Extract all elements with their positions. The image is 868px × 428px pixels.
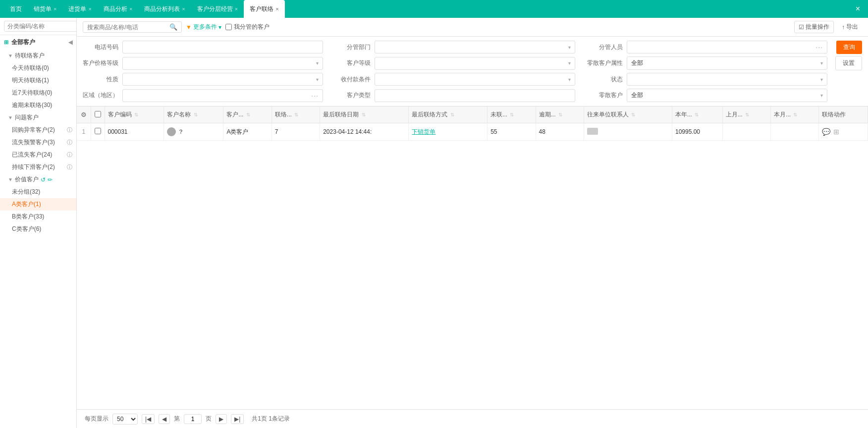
- sort-icon-last-month[interactable]: ⇅: [745, 112, 749, 117]
- sidebar-all-customers[interactable]: ⊞ 全部客户 ◀: [0, 35, 76, 50]
- status-select[interactable]: ▾: [627, 73, 827, 86]
- phone-input[interactable]: [122, 41, 323, 54]
- settings-button[interactable]: 设置: [835, 56, 862, 70]
- nav-customer-contact-close[interactable]: ×: [275, 6, 278, 12]
- sidebar-item-overdue-contact[interactable]: 逾期未联络(30): [0, 99, 76, 111]
- nav-product-analysis-list-close[interactable]: ×: [182, 6, 185, 12]
- row-select-checkbox[interactable]: [95, 128, 101, 134]
- sidebar-item-7day-contact[interactable]: 近7天待联络(0): [0, 87, 76, 99]
- region-input[interactable]: ···: [122, 89, 323, 102]
- price-level-select[interactable]: ▾: [122, 57, 323, 70]
- sidebar-group-value[interactable]: ▼ 价值客户 ↺ ✏: [0, 173, 76, 186]
- next-page-button[interactable]: ▶: [216, 414, 227, 424]
- nav-product-analysis-list[interactable]: 商品分析列表 ×: [138, 0, 191, 18]
- last-page-button[interactable]: ▶|: [231, 414, 244, 424]
- close-all-tabs[interactable]: ×: [852, 2, 864, 15]
- chevron-down-icon-level: ▾: [568, 60, 571, 66]
- pagination-bar: 每页显示 50 100 200 |◀ ◀ 第 页 ▶ ▶| 共1页 1条记录: [77, 409, 868, 428]
- select-all-checkbox[interactable]: [95, 111, 101, 117]
- refresh-icon[interactable]: ↺: [41, 176, 46, 183]
- chevron-down-icon-dept: ▾: [568, 45, 571, 50]
- search-icon[interactable]: 🔍: [169, 23, 177, 31]
- nav-sales-order[interactable]: 销货单 ×: [28, 0, 62, 18]
- arrow-down-icon-3: ▼: [8, 177, 13, 182]
- query-button[interactable]: 查询: [836, 41, 862, 54]
- sort-icon-person[interactable]: ⇅: [631, 112, 635, 117]
- export-button[interactable]: ↑ 导出: [838, 21, 862, 33]
- filter-row-2: 客户价格等级 ▾ 客户等级 ▾: [83, 56, 827, 70]
- sort-icon-this-month[interactable]: ⇅: [793, 112, 797, 117]
- sort-icon-level[interactable]: ⇅: [246, 112, 250, 117]
- sort-icon-name[interactable]: ⇅: [194, 112, 198, 117]
- batch-op-button[interactable]: ☑ 批量操作: [794, 21, 834, 33]
- dept-select[interactable]: ▾: [375, 41, 575, 54]
- sort-icon-code[interactable]: ⇅: [134, 112, 138, 117]
- filter-icon: ▼: [186, 24, 192, 31]
- th-contact-person: 往来单位联系人 ⇅: [584, 107, 672, 123]
- chevron-down-icon: ▾: [218, 24, 221, 31]
- sidebar-item-tomorrow-contact[interactable]: 明天待联络(1): [0, 74, 76, 87]
- info-icon-3: ⓘ: [67, 151, 72, 159]
- sidebar-item-b-class[interactable]: B类客户(33): [0, 211, 76, 223]
- sidebar-item-churned[interactable]: 已流失客户(24) ⓘ: [0, 149, 76, 161]
- retail-select[interactable]: 全部 ▾: [627, 89, 827, 102]
- sidebar-item-today-contact[interactable]: 今天待联络(0): [0, 62, 76, 74]
- sidebar-item-declining[interactable]: 持续下滑客户(2) ⓘ: [0, 161, 76, 173]
- qr-icon[interactable]: ⊞: [833, 128, 839, 136]
- sidebar-search-input[interactable]: [4, 21, 77, 32]
- per-page-select[interactable]: 50 100 200: [112, 414, 138, 425]
- filter-cell-customer-type: 客户类型: [335, 89, 575, 102]
- nature-select[interactable]: ▾: [122, 73, 323, 86]
- payment-select[interactable]: ▾: [375, 73, 575, 86]
- nav-product-analysis-close[interactable]: ×: [129, 6, 132, 12]
- overdue-days: 48: [536, 123, 584, 141]
- sidebar-item-c-class[interactable]: C类客户(6): [0, 223, 76, 235]
- sort-icon-year[interactable]: ⇅: [695, 112, 699, 117]
- message-icon[interactable]: 💬: [822, 128, 830, 136]
- sidebar-collapse-btn[interactable]: ◀: [68, 39, 72, 46]
- sidebar-group-problem[interactable]: ▼ 问题客户: [0, 111, 76, 124]
- sidebar-item-unclassified[interactable]: 未分组(32): [0, 186, 76, 198]
- prev-page-button[interactable]: ◀: [159, 414, 170, 424]
- nav-purchase-order[interactable]: 进货单 ×: [62, 0, 97, 18]
- sort-icon-date[interactable]: ⇅: [362, 112, 366, 117]
- sort-icon-method[interactable]: ⇅: [450, 112, 454, 117]
- nav-home[interactable]: 首页: [4, 0, 28, 18]
- th-level: 客户... ⇅: [223, 107, 271, 123]
- info-icon-4: ⓘ: [67, 163, 72, 171]
- top-navigation: 首页 销货单 × 进货单 × 商品分析 × 商品分析列表 × 客户分层经营 × …: [0, 0, 868, 18]
- more-filter-button[interactable]: ▼ 更多条件 ▾: [186, 23, 221, 31]
- sort-icon-contact[interactable]: ⇅: [294, 112, 298, 117]
- sort-icon-overdue[interactable]: ⇅: [558, 112, 562, 117]
- my-customer-checkbox[interactable]: [225, 24, 232, 30]
- nav-customer-contact[interactable]: 客户联络 ×: [244, 0, 284, 18]
- chevron-down-icon-payment: ▾: [568, 77, 571, 82]
- sort-icon-no-contact[interactable]: ⇅: [510, 112, 514, 117]
- sidebar-item-repurchase-abnormal[interactable]: 回购异常客户(2) ⓘ: [0, 124, 76, 136]
- no-contact-days: 55: [488, 123, 536, 141]
- nav-sales-order-close[interactable]: ×: [54, 6, 56, 12]
- nav-product-analysis[interactable]: 商品分析 ×: [98, 0, 138, 18]
- sidebar-group-pending[interactable]: ▼ 待联络客户: [0, 50, 76, 62]
- sidebar-item-churn-warning[interactable]: 流失预警客户(3) ⓘ: [0, 136, 76, 149]
- ellipsis-icon: ···: [815, 43, 823, 51]
- th-settings[interactable]: ⚙: [77, 107, 91, 123]
- last-contact-link[interactable]: 下销货单: [412, 128, 435, 135]
- customer-level-select[interactable]: ▾: [375, 57, 575, 70]
- nav-customer-tier[interactable]: 客户分层经营 ×: [191, 0, 244, 18]
- nav-customer-tier-close[interactable]: ×: [235, 6, 238, 12]
- retail-attr-select[interactable]: 全部 ▾: [627, 56, 827, 70]
- person-input[interactable]: ···: [627, 41, 827, 54]
- search-input[interactable]: [87, 24, 169, 31]
- table-settings-icon[interactable]: ⚙: [81, 111, 87, 118]
- edit-group-icon[interactable]: ✏: [48, 176, 53, 183]
- checkbox-icon: ☑: [799, 24, 804, 31]
- customer-code: 000031: [105, 123, 164, 141]
- action-cell: 💬 ⊞: [819, 123, 868, 141]
- sidebar-item-a-class[interactable]: A类客户(1): [0, 198, 76, 211]
- th-no-contact: 未联... ⇅: [488, 107, 536, 123]
- first-page-button[interactable]: |◀: [142, 414, 155, 424]
- page-input[interactable]: [184, 414, 202, 424]
- nav-purchase-order-close[interactable]: ×: [88, 6, 91, 12]
- customer-type-input[interactable]: [375, 89, 575, 102]
